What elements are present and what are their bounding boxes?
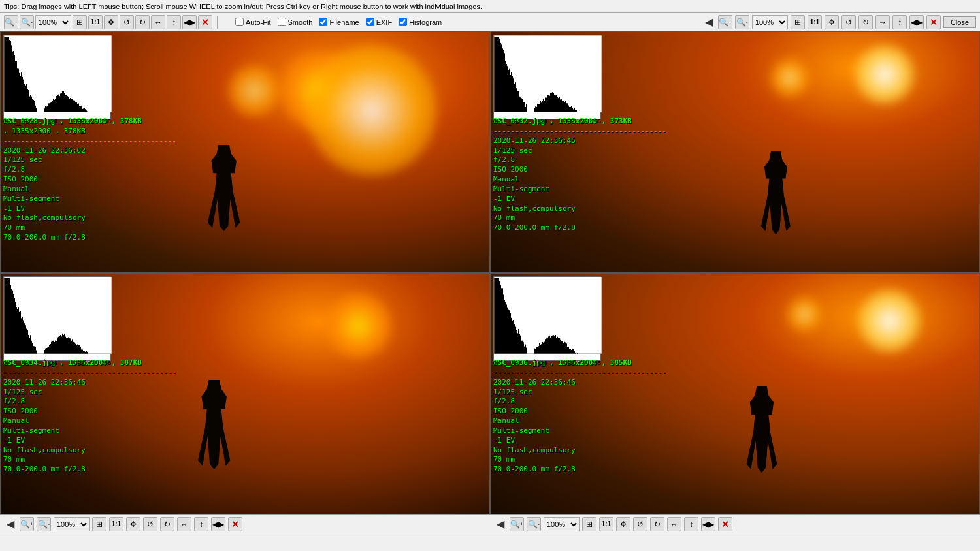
filename-checkbox-label[interactable]: Filename (319, 18, 359, 26)
bottom-close-left[interactable]: ✕ (228, 517, 242, 531)
exif-mode-tr: Manual (493, 175, 666, 185)
exif-checkbox-label[interactable]: EXIF (366, 18, 392, 26)
1to1-button[interactable]: 1:1 (88, 15, 103, 29)
bottom-fit-right[interactable]: ⊞ (582, 517, 596, 531)
rotate-ccw-right-button[interactable]: ↺ (841, 15, 856, 29)
right-toolbar-group: ◀ 🔍+ 🔍- 100%25%50%75%150% ⊞ 1:1 ✥ ↺ ↻ ↔ … (702, 15, 976, 29)
bottom-zoom-select-right[interactable]: 100%25%50%75%150% (544, 517, 580, 531)
flip-h-right-button[interactable]: ↔ (875, 15, 890, 29)
exif-flash-tr: No flash,compulsory (493, 204, 666, 214)
light-blob-br-2 (787, 296, 823, 332)
bottom-flip-h-left[interactable]: ↔ (177, 517, 191, 531)
autofit-checkbox-label[interactable]: Auto-Fit (235, 18, 271, 26)
exif-overlay-br: DSC_0936.jpg , 1335x2000 , 385KB -------… (493, 358, 666, 475)
bottom-rotate-ccw-left[interactable]: ↺ (143, 517, 157, 531)
bottom-zoom-out-left[interactable]: 🔍- (37, 517, 51, 531)
next-left-button[interactable]: ◀▶ (182, 15, 197, 29)
bottom-pan-left[interactable]: ✥ (126, 517, 140, 531)
exif-ev-br: -1 EV (493, 436, 666, 446)
zoom-select-right[interactable]: 100%25%50%75%150% (752, 15, 788, 29)
exif-shutter-tl: 1/125 sec (3, 155, 176, 165)
smooth-checkbox[interactable] (278, 18, 286, 26)
bottom-zoom-out-right[interactable]: 🔍- (527, 517, 541, 531)
person-silhouette-tl (206, 145, 242, 233)
bottom-prev-arrow-right[interactable]: ◀ (494, 518, 507, 530)
exif-flash-tl: No flash,compulsory (3, 213, 176, 223)
zoom-in-button[interactable]: 🔍+ (4, 15, 18, 29)
exif-flash-br: No flash,compulsory (493, 446, 666, 456)
histogram-tr (493, 35, 601, 119)
smooth-checkbox-label[interactable]: Smooth (278, 18, 313, 26)
autofit-checkbox[interactable] (235, 18, 244, 26)
bottom-fit-left[interactable]: ⊞ (92, 517, 106, 531)
bottom-zoom-in-left[interactable]: 🔍+ (20, 517, 34, 531)
next-right-button[interactable]: ◀▶ (909, 15, 924, 29)
image-grid: 064128192255 DSC_0928.jpg , 1335x2000 , … (0, 31, 980, 514)
prev-arrow[interactable]: ◀ (702, 16, 715, 28)
flip-v-button[interactable]: ↕ (167, 15, 181, 29)
light-blob-tr-1 (855, 45, 914, 104)
zoom-select[interactable]: 100%25%50%75%150%200% (35, 15, 71, 29)
histogram-checkbox-label[interactable]: Histogram (399, 18, 442, 26)
rotate-ccw-button[interactable]: ↺ (120, 15, 134, 29)
exif-iso-bl: ISO 2000 (3, 407, 176, 417)
exif-iso-tl: ISO 2000 (3, 175, 176, 185)
close-button[interactable]: Close (943, 16, 976, 28)
panel-top-right[interactable]: 064128192255 DSC_0932.jpg , 1335x2000 , … (490, 31, 980, 273)
person-silhouette-tr (759, 151, 792, 236)
fit-right-button[interactable]: ⊞ (791, 15, 805, 29)
flip-v-right-button[interactable]: ↕ (892, 15, 907, 29)
rotate-cw-button[interactable]: ↻ (135, 15, 150, 29)
bottom-next-right[interactable]: ◀▶ (701, 517, 715, 531)
panel-bottom-left[interactable]: 064128192255 DSC_0934.jpg , 1335x2000 , … (0, 273, 490, 514)
bottom-zoom-in-right[interactable]: 🔍+ (510, 517, 524, 531)
exif-aperture-bl: f/2.8 (3, 397, 176, 407)
bottom-next-left[interactable]: ◀▶ (211, 517, 225, 531)
fit-button[interactable]: ⊞ (73, 15, 87, 29)
close-left-button[interactable]: ✕ (198, 15, 212, 29)
exif-datetime-tr: 2020-11-26 22:36:45 (493, 136, 666, 146)
exif-divider-tl: ---------------------------------------- (3, 136, 176, 146)
rotate-cw-right-button[interactable]: ↻ (858, 15, 873, 29)
histogram-canvas-br (494, 277, 602, 354)
close-right-button[interactable]: ✕ (926, 15, 941, 29)
bottom-flip-v-left[interactable]: ↕ (194, 517, 208, 531)
bottom-close-right[interactable]: ✕ (718, 517, 732, 531)
bottom-zoom-select-left[interactable]: 100%25%50%75%150% (54, 517, 90, 531)
bottom-flip-h-right[interactable]: ↔ (667, 517, 681, 531)
histogram-checkbox[interactable] (399, 18, 407, 26)
top-toolbar: 🔍+ 🔍- 100%25%50%75%150%200% ⊞ 1:1 ✥ ↺ ↻ … (0, 13, 980, 31)
light-blob-bl-1 (326, 293, 391, 358)
1to1-label: 1:1 (91, 18, 100, 25)
bottom-rotate-cw-right[interactable]: ↻ (650, 517, 664, 531)
1to1-right-button[interactable]: 1:1 (808, 15, 822, 29)
exif-metering-tr: Multi-segment (493, 185, 666, 195)
person-silhouette-br (745, 386, 779, 475)
bottom-rotate-cw-left[interactable]: ↻ (160, 517, 174, 531)
light-blob-tl-2 (306, 45, 437, 176)
bottom-rotate-ccw-right[interactable]: ↺ (633, 517, 647, 531)
zoom-out-button[interactable]: 🔍- (20, 15, 34, 29)
bottom-1to1-left[interactable]: 1:1 (109, 517, 123, 531)
exif-metering-bl: Multi-segment (3, 426, 176, 436)
bottom-pan-right[interactable]: ✥ (616, 517, 630, 531)
zoom-in-right-button[interactable]: 🔍+ (718, 15, 732, 29)
pan-button[interactable]: ✥ (104, 15, 118, 29)
pan-right-button[interactable]: ✥ (825, 15, 839, 29)
exif-divider-tr: ---------------------------------------- (493, 127, 666, 136)
exif-metering-tl: Multi-segment (3, 195, 176, 204)
panel-top-left[interactable]: 064128192255 DSC_0928.jpg , 1335x2000 , … (0, 31, 490, 273)
zoom-out-right-button[interactable]: 🔍- (735, 15, 749, 29)
light-blob-br-1 (858, 290, 921, 352)
bottom-1to1-right[interactable]: 1:1 (599, 517, 613, 531)
exif-flash-bl: No flash,compulsory (3, 446, 176, 456)
histogram-canvas-bl (4, 277, 112, 354)
exif-focal-bl: 70 mm (3, 455, 176, 465)
bottom-status-left (0, 533, 490, 551)
bottom-prev-arrow-left[interactable]: ◀ (4, 518, 17, 530)
bottom-flip-v-right[interactable]: ↕ (684, 517, 698, 531)
panel-bottom-right[interactable]: 064128192255 DSC_0936.jpg , 1335x2000 , … (490, 273, 980, 514)
filename-checkbox[interactable] (319, 18, 327, 26)
exif-checkbox[interactable] (366, 18, 374, 26)
flip-h-button[interactable]: ↔ (151, 15, 165, 29)
